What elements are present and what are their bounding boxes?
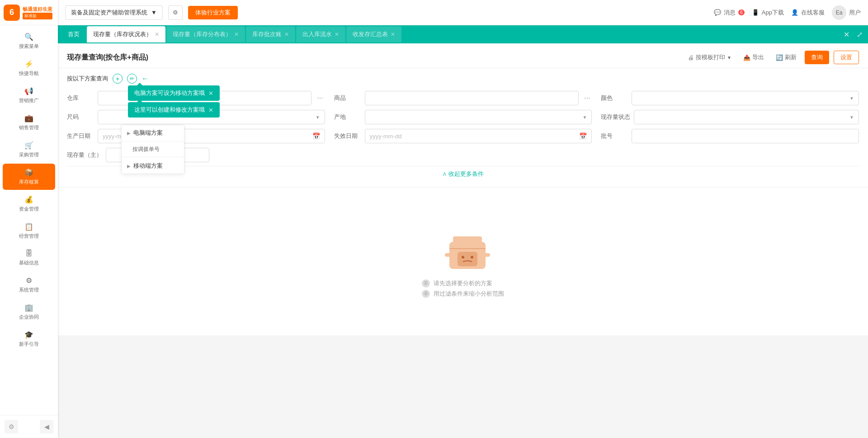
sidebar-item-finance[interactable]: 💰 资金管理 <box>3 191 55 217</box>
color-select-arrow: ▼ <box>849 96 854 101</box>
edit-scheme-btn[interactable]: ✏ <box>127 74 137 84</box>
sidebar-item-quick[interactable]: ⚡ 快捷导航 <box>3 55 55 81</box>
sidebar-bottom: ⚙ ◀ <box>0 415 58 438</box>
sidebar-item-operations[interactable]: 📋 经营管理 <box>3 218 55 244</box>
tab-receipt-summary[interactable]: 收发存汇总表 ✕ <box>346 26 401 42</box>
filter-color: 颜色 ▼ <box>601 91 859 105</box>
empty-image <box>440 224 486 269</box>
scheme-panel: ▶ 电脑端方案 按调拨单号 ▶ 移动端方案 <box>121 125 184 174</box>
empty-steps: ① 请先选择要分析的方案 ② 用过滤条件来缩小分析范围 <box>422 278 504 299</box>
system-nav-icon: ⚙ <box>26 276 32 285</box>
svg-rect-3 <box>458 252 477 266</box>
sidebar-item-guide[interactable]: 🎓 新手引导 <box>3 326 55 352</box>
tab-home[interactable]: 首页 <box>61 26 86 42</box>
empty-step2: ② 用过滤条件来缩小分析范围 <box>422 288 504 299</box>
goods-select[interactable] <box>365 91 579 105</box>
svg-rect-7 <box>484 253 490 257</box>
svg-point-5 <box>471 256 473 259</box>
page-title: 现存量查询(按仓库+商品) <box>67 53 148 62</box>
sidebar-item-basic[interactable]: 🗄 基础信息 <box>3 245 55 271</box>
scheme-dropdown-tooltip: 电脑方案可设为移动方案哦 ✕ <box>128 85 220 101</box>
industry-btn[interactable]: 体验行业方案 <box>188 6 238 19</box>
color-select[interactable]: ▼ <box>632 91 859 105</box>
export-btn[interactable]: 📤 导出 <box>740 52 768 63</box>
goods-dots-btn[interactable]: ··· <box>582 92 592 104</box>
filter-area: 按以下方案查询 + ✏ ← 电脑方案可设为移动方案哦 ✕ <box>58 68 868 188</box>
filter-row4: 现存量（主） — <box>67 148 859 162</box>
sidebar: 6 畅通道好生意 标准版 🔍 搜索菜单 ⚡ 快捷导航 📢 营销推广 💼 销售管理… <box>0 0 58 438</box>
scheme-mobile-triangle: ▶ <box>127 164 131 169</box>
batch-input[interactable] <box>632 129 859 143</box>
query-btn[interactable]: 查询 <box>805 51 829 64</box>
tab-close-inventory-dist[interactable]: ✕ <box>234 31 239 38</box>
scheme-sub-item[interactable]: 按调拨单号 <box>122 143 184 156</box>
scheme-mobile-item[interactable]: ▶ 移动端方案 <box>122 158 184 174</box>
create-tooltip-close-btn[interactable]: ✕ <box>208 107 213 113</box>
filter-row3: 生产日期 yyyy-mm-dd 📅 失效日期 yyyy-mm-dd 📅 <box>67 129 859 143</box>
logo-text: 畅通道好生意 标准版 <box>23 6 52 19</box>
search-nav-icon: 🔍 <box>24 33 33 41</box>
scheme-tooltip-close-btn[interactable]: ✕ <box>208 90 213 97</box>
tab-expand-btn[interactable]: ⤢ <box>855 28 864 41</box>
settings-btn[interactable]: 设置 <box>834 51 859 64</box>
user-area[interactable]: Ea 用户 <box>832 5 861 20</box>
svg-point-4 <box>462 256 464 259</box>
top-header: 装备及固定资产辅助管理系统 ▼ ⚙ 体验行业方案 💬 消息 6 📱 App下载 … <box>58 0 868 25</box>
sidebar-item-sales[interactable]: 💼 销售管理 <box>3 109 55 136</box>
sidebar-settings-btn[interactable]: ⚙ <box>5 420 18 433</box>
tab-batch-ledger[interactable]: 库存批次账 ✕ <box>246 26 295 42</box>
tab-close-batch-ledger[interactable]: ✕ <box>284 31 289 38</box>
tab-close-receipt-summary[interactable]: ✕ <box>391 31 395 38</box>
tab-close-inout-flow[interactable]: ✕ <box>335 31 339 38</box>
tab-inout-flow[interactable]: 出入库流水 ✕ <box>296 26 345 42</box>
warehouse-dots-btn[interactable]: ··· <box>315 92 325 104</box>
tab-close-all-btn[interactable]: ✕ <box>842 28 851 41</box>
expiry-date-calendar-icon: 📅 <box>579 132 587 140</box>
sidebar-item-search[interactable]: 🔍 搜索菜单 <box>3 28 55 54</box>
print-template-btn[interactable]: 🖨 按模板打印 ▼ <box>684 52 735 63</box>
phone-icon: 📱 <box>752 9 759 16</box>
sidebar-item-marketing[interactable]: 📢 营销推广 <box>3 82 55 108</box>
quick-nav-icon: ⚡ <box>24 60 33 68</box>
print-icon: 🖨 <box>688 54 694 61</box>
collapse-btn[interactable]: ∧ 收起更多条件 <box>67 166 859 182</box>
filter-production-date: 生产日期 yyyy-mm-dd 📅 <box>67 129 325 143</box>
add-scheme-btn[interactable]: + <box>113 74 123 84</box>
sidebar-item-system[interactable]: ⚙ 系统管理 <box>3 272 55 298</box>
page-actions: 🖨 按模板打印 ▼ 📤 导出 🔄 刷新 查询 设置 <box>684 51 859 64</box>
refresh-btn[interactable]: 🔄 刷新 <box>772 52 800 63</box>
header-settings-btn[interactable]: ⚙ <box>168 5 183 20</box>
scheme-desktop-triangle: ▶ <box>127 131 131 136</box>
marketing-nav-icon: 📢 <box>24 87 33 95</box>
create-scheme-tooltip: 这里可以创建和修改方案哦 ✕ <box>128 102 220 118</box>
chevron-down-icon: ▼ <box>151 9 157 16</box>
scheme-desktop-item[interactable]: ▶ 电脑端方案 <box>122 125 184 141</box>
message-icon: 💬 <box>714 9 721 16</box>
logo-icon: 6 <box>4 5 20 21</box>
support-icon: 👤 <box>791 9 798 16</box>
sidebar-item-enterprise[interactable]: 🏢 企业协同 <box>3 299 55 325</box>
tab-inventory-status[interactable]: 现存量（库存状况表） ✕ <box>87 26 165 42</box>
system-selector[interactable]: 装备及固定资产辅助管理系统 ▼ <box>65 5 163 20</box>
purchase-nav-icon: 🛒 <box>24 141 33 150</box>
sidebar-item-purchase[interactable]: 🛒 采购管理 <box>3 137 55 163</box>
inv-status-arrow: ▼ <box>849 115 854 120</box>
filter-prev-btn[interactable]: ← <box>142 75 149 83</box>
origin-select[interactable]: ▼ <box>365 110 592 124</box>
guide-nav-icon: 🎓 <box>24 330 33 339</box>
filter-batch: 批号 <box>601 129 859 143</box>
tab-close-inventory-status[interactable]: ✕ <box>155 31 159 38</box>
app-download-btn[interactable]: 📱 App下载 <box>752 9 784 17</box>
online-support-btn[interactable]: 👤 在线客服 <box>791 9 825 17</box>
inv-status-select[interactable]: ▼ <box>634 110 859 124</box>
message-btn[interactable]: 💬 消息 6 <box>714 9 745 17</box>
svg-rect-1 <box>453 236 482 244</box>
sidebar-collapse-btn[interactable]: ◀ <box>40 420 53 433</box>
sidebar-item-inventory[interactable]: 📦 库存核算 <box>3 164 55 190</box>
filter-nav-buttons: ← <box>142 75 149 83</box>
tab-inventory-dist[interactable]: 现存量（库存分布表） ✕ <box>166 26 245 42</box>
header-left: 装备及固定资产辅助管理系统 ▼ ⚙ 体验行业方案 <box>65 5 238 20</box>
filter-inventory-status: 现存量状态 ▼ <box>601 110 859 124</box>
gear-icon: ⚙ <box>173 9 178 16</box>
expiry-date-input[interactable]: yyyy-mm-dd 📅 <box>365 129 592 143</box>
